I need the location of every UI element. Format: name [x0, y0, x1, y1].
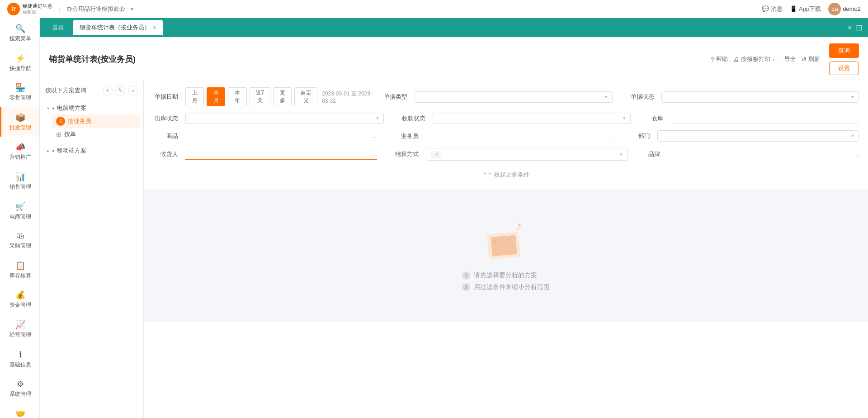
brand-input-wrapper: ...: [667, 149, 859, 159]
collab-icon: 🤝: [15, 409, 25, 418]
sidebar-item-system[interactable]: ⚙ 系统管理: [0, 374, 39, 404]
tree-group-mobile[interactable]: ▸ ▪ 移动端方案: [43, 144, 140, 157]
sidebar-item-ops[interactable]: 📈 经营管理: [0, 314, 39, 344]
print-action[interactable]: 🖨 按模板打印 ▾: [733, 55, 774, 63]
payment-status-label: 收款状态: [398, 114, 425, 123]
message-icon: 💬: [762, 5, 769, 12]
message-action[interactable]: 💬 消息: [762, 5, 783, 13]
filter-section: 单据日期 上月 本月 本年 近7天 更多 自定义 2023-03-01 至 20…: [144, 80, 868, 190]
empty-hint-2: 2 用过滤条件来缩小分析范围: [462, 283, 550, 291]
user-name: demo2: [843, 5, 861, 12]
add-plan-button[interactable]: +: [103, 86, 113, 95]
nav-arrow-icon[interactable]: ▾: [131, 6, 133, 12]
filter-row-2: 出库状态 ▾ 收款状态 ▾ 仓库: [153, 113, 859, 124]
sidebar-item-inventory[interactable]: 📋 库存核算: [0, 255, 39, 285]
date-btn-7days[interactable]: 近7天: [250, 87, 271, 106]
date-filter: 上月 本月 本年 近7天 更多 自定义 2023-03-01 至 2023-03…: [185, 87, 373, 106]
doc-status-select[interactable]: ▾: [661, 91, 859, 103]
date-btn-more[interactable]: 更多: [273, 87, 292, 106]
settlement-select[interactable]: × ▾: [426, 148, 627, 161]
inventory-icon: 📋: [15, 261, 25, 271]
date-btn-this-month[interactable]: 本月: [207, 87, 225, 106]
ship-status-select[interactable]: ▾: [185, 113, 384, 124]
purchase-icon: 🛍: [16, 231, 24, 241]
left-panel-actions: + ✎ «: [103, 86, 138, 95]
help-icon: ?: [711, 56, 714, 63]
svg-rect-1: [491, 235, 517, 256]
settlement-tag-close[interactable]: ×: [435, 152, 438, 157]
edit-icon: ✎: [118, 87, 123, 94]
user-area[interactable]: Ea demo2: [828, 3, 861, 15]
date-label: 单据日期: [153, 93, 178, 101]
sidebar-item-finance[interactable]: 💰 资金管理: [0, 285, 39, 314]
empty-text: 1 请先选择要分析的方案 2 用过滤条件来缩小分析范围: [462, 271, 550, 295]
salesman-dots[interactable]: ...: [613, 133, 618, 139]
sidebar-item-marketing[interactable]: 📣 营销推广: [0, 137, 39, 166]
svg-point-5: [507, 239, 509, 241]
brand-dots[interactable]: ...: [854, 151, 859, 157]
logo-icon: 好: [7, 3, 20, 15]
dept-select[interactable]: ▾: [657, 130, 859, 142]
retail-icon: 🏪: [15, 83, 25, 93]
svg-point-4: [498, 246, 500, 247]
ecommerce-icon: 🛒: [15, 202, 25, 212]
receiver-dots[interactable]: ...: [372, 151, 377, 157]
refresh-action[interactable]: ↺ 刷新: [802, 55, 820, 63]
filter-row-4: 收货人 ... 结算方式 × ▾: [153, 148, 859, 161]
sidebar-item-retail[interactable]: 🏪 零售管理: [0, 77, 39, 107]
collapse-more-button[interactable]: ⌃⌃ 收起更多条件: [153, 167, 859, 182]
sidebar-item-purchase[interactable]: 🛍 采购管理: [0, 226, 39, 255]
ops-icon: 📈: [15, 320, 25, 330]
date-btn-custom[interactable]: 自定义: [294, 87, 317, 106]
tree-leaf-order[interactable]: ⊞ 按单: [52, 128, 140, 141]
payment-status-select[interactable]: ▾: [433, 113, 631, 124]
sidebar-item-wholesale[interactable]: 📦 批发管理: [0, 107, 39, 137]
folder-icon: ▪: [52, 104, 54, 112]
date-range: 2023-03-01 至 2023-03-31: [322, 90, 373, 104]
tab-maximize-icon[interactable]: ⊡: [856, 23, 863, 33]
svg-text:↑: ↑: [514, 218, 524, 234]
warehouse-dots[interactable]: ...: [854, 115, 859, 122]
tab-bar-actions: × ⊡: [847, 23, 863, 33]
doc-type-select[interactable]: ▾: [415, 91, 612, 103]
avatar: Ea: [828, 3, 841, 15]
sidebar-item-nav[interactable]: ⚡ 快捷导航: [0, 48, 39, 78]
date-btn-last-month[interactable]: 上月: [185, 87, 204, 106]
app-download-action[interactable]: 📱 App下载: [790, 5, 821, 13]
brand-label: 品牌: [642, 150, 660, 158]
sidebar-item-search[interactable]: 🔍 搜索菜单: [0, 18, 39, 48]
logo-text: 畅捷通好生意 标账版: [23, 3, 52, 15]
receiver-input-wrapper: ...: [185, 149, 377, 160]
tree-leaf-sales[interactable]: 员 按业务员: [52, 114, 140, 128]
edit-plan-button[interactable]: ✎: [115, 86, 125, 95]
help-action[interactable]: ? 帮助: [711, 55, 727, 63]
tab-close-icon[interactable]: ×: [153, 24, 156, 31]
tab-active[interactable]: 销货单统计表（按业务员） ×: [73, 20, 163, 35]
nav-icon: ⚡: [15, 53, 25, 63]
content-section: 按以下方案查询 + ✎ «: [40, 80, 868, 418]
goods-dots[interactable]: ...: [372, 133, 377, 139]
warehouse-label: 仓库: [645, 114, 663, 123]
tree-children-pc: 员 按业务员 ⊞ 按单: [43, 114, 140, 141]
collapse-up-icon: ⌃⌃: [482, 171, 492, 178]
search-icon: 🔍: [15, 24, 25, 33]
sidebar-item-ecommerce[interactable]: 🛒 电商管理: [0, 196, 39, 226]
sidebar-item-sales[interactable]: 📊 销售管理: [0, 166, 39, 196]
tree-group-pc[interactable]: ▾ ▪ 电脑端方案: [43, 102, 140, 114]
tab-home[interactable]: 首页: [45, 21, 71, 34]
left-panel-title: 按以下方案查询: [45, 86, 86, 95]
collapse-panel-button[interactable]: «: [128, 86, 138, 95]
sidebar-item-collab[interactable]: 🤝 企业协同: [0, 404, 39, 418]
logo-area: 好 畅捷通好生意 标账版: [7, 3, 52, 15]
main-layout: 🔍 搜索菜单 ⚡ 快捷导航 🏪 零售管理 📦 批发管理 📣 营销推广 📊 销售管…: [0, 18, 868, 418]
marketing-icon: 📣: [15, 142, 25, 152]
basic-icon: ℹ: [19, 350, 22, 360]
nav-title: 办公用品行业模拟账套: [66, 5, 125, 13]
export-action[interactable]: ↑ 导出: [780, 55, 797, 63]
date-btn-this-year[interactable]: 本年: [228, 87, 246, 106]
settings-button[interactable]: 设置: [829, 62, 859, 75]
salesman-input-wrapper: ...: [426, 131, 618, 141]
sidebar-item-basic[interactable]: ℹ 基础信息: [0, 344, 39, 374]
query-button[interactable]: 查询: [829, 43, 859, 58]
tab-close-all-icon[interactable]: ×: [847, 23, 852, 33]
